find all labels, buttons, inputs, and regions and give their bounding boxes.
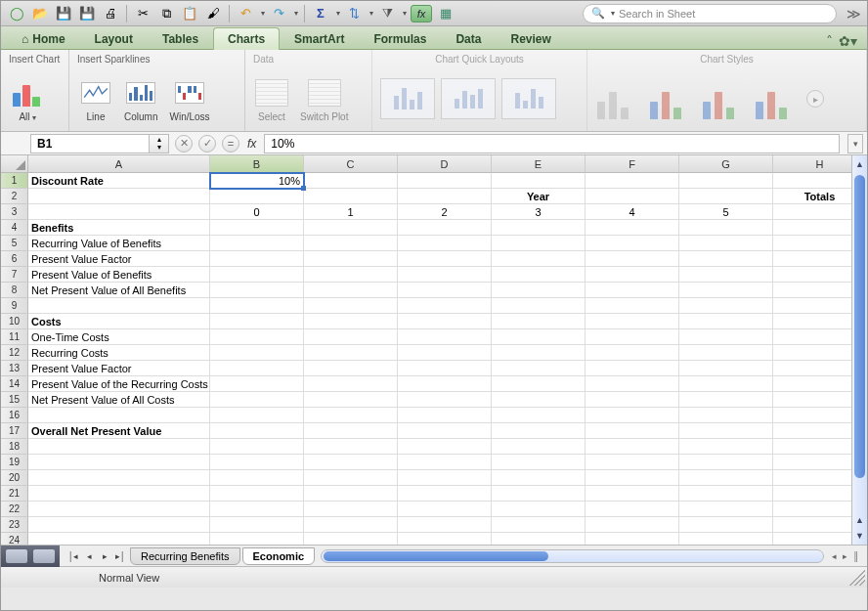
sparkline-winloss-button[interactable]: Win/Loss [167,74,211,124]
cell-B21[interactable] [210,486,304,502]
cell-D5[interactable] [398,236,492,251]
scroll-up-icon[interactable]: ▲ [852,157,867,171]
collapse-ribbon-icon[interactable]: ˄ [826,33,833,49]
row-header-21[interactable]: 21 [1,486,28,502]
cell-E10[interactable] [492,314,586,329]
cell-A13[interactable]: Present Value Factor [28,361,210,376]
save-icon[interactable]: 💾 [54,4,73,23]
cell-A1[interactable]: Discount Rate [28,173,210,189]
cell-B11[interactable] [210,329,304,345]
cell-A16[interactable] [28,408,210,423]
cell-C8[interactable] [304,283,398,298]
cell-B14[interactable] [210,376,304,392]
cell-F16[interactable] [586,408,679,423]
cell-C6[interactable] [304,251,398,267]
cell-E24[interactable] [492,533,586,545]
cell-B22[interactable] [210,502,304,517]
cell-F23[interactable] [586,517,679,533]
cell-G16[interactable] [679,408,773,423]
cell-E23[interactable] [492,517,586,533]
cell-A14[interactable]: Present Value of the Recurring Costs [28,376,210,392]
hscroll-left-icon[interactable]: ◂ [830,551,839,561]
cell-A24[interactable] [28,533,210,545]
cell-B23[interactable] [210,517,304,533]
cell-G22[interactable] [679,502,773,517]
cell-B8[interactable] [210,283,304,298]
tab-review[interactable]: Review [496,27,565,50]
cell-F2[interactable] [586,189,679,204]
cell-F19[interactable] [586,455,679,470]
cell-D13[interactable] [398,361,492,376]
row-header-1[interactable]: 1 [1,173,28,189]
cell-C13[interactable] [304,361,398,376]
cell-D19[interactable] [398,455,492,470]
cell-A12[interactable]: Recurring Costs [28,345,210,361]
cell-G23[interactable] [679,517,773,533]
cell-G19[interactable] [679,455,773,470]
cell-C12[interactable] [304,345,398,361]
cell-B16[interactable] [210,408,304,423]
sheet-prev-icon[interactable]: ◂ [81,548,97,564]
cell-E1[interactable] [492,173,586,189]
cell-C20[interactable] [304,470,398,486]
cell-D6[interactable] [398,251,492,267]
vscroll-thumb[interactable] [854,175,865,478]
cell-D15[interactable] [398,392,492,408]
name-box[interactable]: B1 [30,134,150,153]
row-header-9[interactable]: 9 [1,298,28,314]
cell-E17[interactable] [492,423,586,439]
cell-F24[interactable] [586,533,679,545]
cell-F4[interactable] [586,220,679,236]
cell-B10[interactable] [210,314,304,329]
sheet-tab-recurring[interactable]: Recurring Benefits [130,547,240,565]
cell-G17[interactable] [679,423,773,439]
cell-A18[interactable] [28,439,210,455]
cell-D2[interactable] [398,189,492,204]
resize-grip-icon[interactable] [849,570,865,586]
cell-G2[interactable] [679,189,773,204]
cell-E5[interactable] [492,236,586,251]
tab-charts[interactable]: Charts [213,27,280,50]
cell-E9[interactable] [492,298,586,314]
cell-D10[interactable] [398,314,492,329]
col-header-G[interactable]: G [679,155,773,173]
search-input[interactable]: 🔍 ▾ Search in Sheet [583,4,837,23]
cell-D4[interactable] [398,220,492,236]
name-box-stepper[interactable]: ▴▾ [150,134,169,153]
tab-tables[interactable]: Tables [148,27,213,50]
cell-F7[interactable] [586,267,679,283]
cell-B9[interactable] [210,298,304,314]
cell-B6[interactable] [210,251,304,267]
cell-B13[interactable] [210,361,304,376]
redo-dropdown-icon[interactable]: ▾ [294,9,298,18]
row-header-23[interactable]: 23 [1,517,28,533]
cell-A10[interactable]: Costs [28,314,210,329]
cell-C21[interactable] [304,486,398,502]
print-icon[interactable]: 🖨 [101,4,120,23]
cell-B1[interactable]: 10% [210,173,304,189]
cut-icon[interactable]: ✂ [133,4,152,23]
hscroll-right-icon[interactable]: ▸ [841,551,849,561]
cell-D7[interactable] [398,267,492,283]
cell-E7[interactable] [492,267,586,283]
cell-G4[interactable] [679,220,773,236]
new-icon[interactable]: ◯ [7,4,26,23]
cell-A20[interactable] [28,470,210,486]
cell-C1[interactable] [304,173,398,189]
sheet-first-icon[interactable]: │◂ [65,548,81,564]
cell-G3[interactable]: 5 [679,204,773,220]
cell-E16[interactable] [492,408,586,423]
col-header-A[interactable]: A [28,155,210,173]
col-header-B[interactable]: B [210,155,304,173]
select-all-corner[interactable] [1,155,28,173]
confirm-formula-icon[interactable]: ✓ [198,135,216,153]
overflow-icon[interactable]: ≫ [846,6,861,22]
cell-E11[interactable] [492,329,586,345]
cell-E4[interactable] [492,220,586,236]
cell-B20[interactable] [210,470,304,486]
formula-expand-icon[interactable]: ▾ [847,134,863,153]
row-header-7[interactable]: 7 [1,267,28,283]
split-handle-icon[interactable]: ║ [851,551,861,561]
cell-C17[interactable] [304,423,398,439]
cell-C10[interactable] [304,314,398,329]
